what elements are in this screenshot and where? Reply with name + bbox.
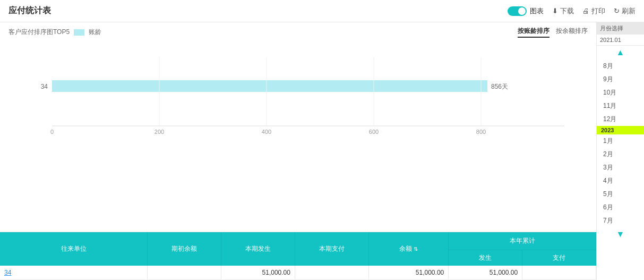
cell-current-occur: 51,000.00 bbox=[221, 266, 295, 280]
balance-sort-icon: ⇅ bbox=[414, 246, 418, 252]
bar-34 bbox=[52, 80, 487, 92]
cell-ytd-pay bbox=[522, 266, 596, 280]
table-row: 34 51,000.00 51,000.00 51,000.00 bbox=[0, 266, 596, 280]
refresh-icon: ↻ bbox=[614, 7, 620, 15]
svg-text:34: 34 bbox=[41, 83, 48, 90]
col-current-pay: 本期支付 bbox=[295, 232, 368, 266]
cell-ytd-occur: 51,000.00 bbox=[449, 266, 522, 280]
col-opening: 期初余额 bbox=[148, 232, 221, 266]
chart-toggle[interactable] bbox=[508, 6, 527, 16]
svg-text:200: 200 bbox=[154, 129, 164, 135]
cell-balance: 51,000.00 bbox=[368, 266, 448, 280]
svg-text:856天: 856天 bbox=[491, 83, 508, 90]
chart-toggle-wrap: 图表 bbox=[508, 6, 544, 16]
print-icon: 🖨 bbox=[582, 7, 589, 15]
month-item[interactable]: 6月 bbox=[597, 201, 644, 214]
page-title: 应付统计表 bbox=[8, 5, 51, 16]
legend-box-label: 账龄 bbox=[89, 28, 101, 37]
data-table: 往来单位 期初余额 本期发生 本期支付 余额 ⇅ 本年累计 发生 bbox=[0, 232, 596, 280]
col-balance: 余额 ⇅ bbox=[368, 232, 448, 266]
main-content: 客户应付排序图TOP5 账龄 按账龄排序 按余额排序 34 bbox=[0, 22, 644, 280]
month-item[interactable]: 5月 bbox=[597, 188, 644, 201]
month-item[interactable]: 11月 bbox=[597, 99, 644, 113]
print-button[interactable]: 🖨 打印 bbox=[582, 6, 605, 16]
month-item[interactable]: 7月 bbox=[597, 214, 644, 227]
refresh-button[interactable]: ↻ 刷新 bbox=[614, 6, 636, 16]
year-marker[interactable]: 2023 bbox=[597, 126, 644, 134]
month-item[interactable]: 3月 bbox=[597, 161, 644, 174]
print-label: 打印 bbox=[591, 6, 605, 16]
download-icon: ⬇ bbox=[552, 7, 558, 15]
svg-text:800: 800 bbox=[476, 129, 486, 135]
month-item[interactable]: 9月 bbox=[597, 73, 644, 86]
col-unit: 往来单位 bbox=[0, 232, 148, 266]
header: 应付统计表 图表 ⬇ 下载 🖨 打印 ↻ 刷新 bbox=[0, 0, 644, 22]
month-item[interactable]: 2月 bbox=[597, 148, 644, 161]
cell-unit[interactable]: 34 bbox=[0, 266, 148, 280]
svg-text:400: 400 bbox=[262, 129, 271, 135]
header-actions: 图表 ⬇ 下载 🖨 打印 ↻ 刷新 bbox=[508, 6, 636, 16]
chart-area: 客户应付排序图TOP5 账龄 按账龄排序 按余额排序 34 bbox=[0, 22, 596, 280]
sort-by-amount-button[interactable]: 按余额排序 bbox=[556, 27, 588, 38]
month-item[interactable]: 8月 bbox=[597, 60, 644, 73]
sidebar-header: 月份选择 bbox=[597, 22, 644, 35]
month-list: 8月9月10月11月12月20231月2月3月4月5月6月7月 bbox=[597, 60, 644, 227]
col-current-occur: 本期发生 bbox=[221, 232, 295, 266]
table-header-row: 往来单位 期初余额 本期发生 本期支付 余额 ⇅ 本年累计 bbox=[0, 232, 596, 250]
page: 应付统计表 图表 ⬇ 下载 🖨 打印 ↻ 刷新 bbox=[0, 0, 644, 280]
month-item[interactable]: 10月 bbox=[597, 86, 644, 99]
sidebar: 月份选择 2021.01 ▲ 8月9月10月11月12月20231月2月3月4月… bbox=[596, 22, 644, 280]
chart-toggle-label: 图表 bbox=[530, 6, 544, 16]
legend-label: 客户应付排序图TOP5 bbox=[8, 28, 70, 37]
svg-text:600: 600 bbox=[369, 129, 379, 135]
month-item[interactable]: 4月 bbox=[597, 174, 644, 188]
chart-sort: 按账龄排序 按余额排序 bbox=[518, 27, 588, 38]
col-ytd: 本年累计 bbox=[449, 232, 596, 250]
table-wrap: 往来单位 期初余额 本期发生 本期支付 余额 ⇅ 本年累计 发生 bbox=[0, 232, 596, 280]
download-label: 下载 bbox=[560, 6, 574, 16]
scroll-up-button[interactable]: ▲ bbox=[597, 46, 644, 60]
cell-opening bbox=[148, 266, 221, 280]
col-ytd-occur: 发生 bbox=[449, 250, 522, 266]
month-item[interactable]: 1月 bbox=[597, 134, 644, 148]
download-button[interactable]: ⬇ 下载 bbox=[552, 6, 574, 16]
svg-text:0: 0 bbox=[50, 129, 54, 135]
sort-by-balance-button[interactable]: 按账龄排序 bbox=[518, 27, 549, 38]
chart-header: 客户应付排序图TOP5 账龄 按账龄排序 按余额排序 bbox=[0, 22, 596, 42]
chart-canvas: 34 856天 0 200 400 600 800 1,000 bbox=[0, 42, 596, 232]
month-item[interactable]: 12月 bbox=[597, 113, 644, 126]
refresh-label: 刷新 bbox=[622, 6, 636, 16]
col-ytd-pay: 支付 bbox=[522, 250, 596, 266]
chart-svg: 34 856天 0 200 400 600 800 1,000 bbox=[32, 57, 564, 142]
chart-legend: 客户应付排序图TOP5 账龄 bbox=[8, 28, 101, 37]
sidebar-header-label: 月份选择 bbox=[600, 24, 623, 32]
legend-box bbox=[74, 29, 84, 36]
scroll-down-button[interactable]: ▼ bbox=[597, 227, 644, 241]
cell-current-pay bbox=[295, 266, 368, 280]
sidebar-current-date: 2021.01 bbox=[597, 35, 644, 46]
